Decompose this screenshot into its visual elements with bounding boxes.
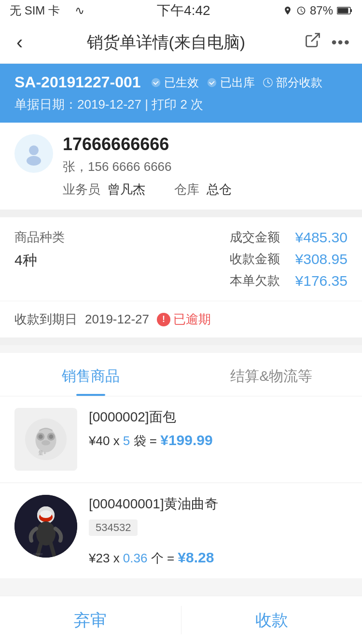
battery-icon bbox=[337, 6, 352, 15]
svg-point-21 bbox=[40, 510, 52, 518]
divider-2 bbox=[0, 337, 362, 345]
status-time: 下午4:42 bbox=[157, 1, 210, 20]
deal-amount-row: 成交金额 ¥485.30 bbox=[230, 229, 348, 246]
order-date: 单据日期：2019-12-27 | 打印 2 次 bbox=[14, 96, 348, 113]
order-header: SA-20191227-001 已生效 已出库 部分收款 单据日期：2019-1… bbox=[0, 64, 362, 123]
status-badges: 已生效 已出库 部分收款 bbox=[151, 75, 322, 90]
receive-amount: ¥308.95 bbox=[290, 251, 348, 267]
location-icon bbox=[283, 6, 292, 15]
svg-point-5 bbox=[207, 78, 216, 86]
share-icon[interactable] bbox=[304, 31, 321, 53]
overdue-badge: ! 已逾期 bbox=[157, 311, 211, 328]
nav-actions: ••• bbox=[304, 31, 350, 53]
sales-person: 业务员 曾凡杰 bbox=[63, 181, 145, 198]
svg-point-10 bbox=[35, 428, 56, 452]
more-icon[interactable]: ••• bbox=[331, 33, 350, 51]
product-tag: 534532 bbox=[89, 519, 138, 536]
svg-rect-2 bbox=[338, 8, 348, 14]
product-name-1: [0000002]面包 bbox=[89, 408, 348, 426]
product-info-2: [000400001]黄油曲奇 534532 ¥23 x 0.36 个 = ¥8… bbox=[89, 495, 348, 567]
amount-summary: 成交金额 ¥485.30 收款金额 ¥308.95 本单欠款 ¥176.35 bbox=[230, 229, 348, 289]
products-list: 量+ [0000002]面包 ¥40 x 5 袋 = ¥199.99 bbox=[0, 396, 362, 578]
svg-line-3 bbox=[311, 34, 320, 42]
svg-point-15 bbox=[42, 440, 50, 446]
debt-amount-row: 本单欠款 ¥176.35 bbox=[230, 272, 348, 289]
svg-point-8 bbox=[27, 156, 41, 166]
overdue-icon: ! bbox=[157, 313, 170, 326]
badge-partial-payment: 部分收款 bbox=[263, 75, 322, 90]
deal-amount: ¥485.30 bbox=[290, 229, 348, 246]
product-image-1: 量+ bbox=[14, 408, 77, 471]
order-id: SA-20191227-001 bbox=[14, 73, 141, 91]
svg-point-7 bbox=[29, 145, 39, 155]
debt-amount: ¥176.35 bbox=[290, 273, 348, 289]
product-type-summary: 商品种类 4种 bbox=[14, 229, 65, 270]
tab-settlement[interactable]: 结算&物流等 bbox=[181, 353, 362, 396]
svg-point-4 bbox=[151, 78, 160, 86]
confirm-button[interactable]: 收款 bbox=[181, 596, 362, 644]
badge-effective: 已生效 bbox=[151, 75, 199, 90]
svg-rect-1 bbox=[350, 9, 352, 12]
due-date-section: 收款到期日 2019-12-27 ! 已逾期 bbox=[0, 301, 362, 337]
customer-section: 17666666666 张，156 6666 6666 业务员 曾凡杰 仓库 总… bbox=[0, 123, 362, 210]
nav-bar: ‹ 销货单详情(来自电脑) ••• bbox=[0, 21, 362, 64]
list-item: diamond whale [000400001]黄油曲奇 534532 ¥23… bbox=[0, 483, 362, 578]
status-right: 87% bbox=[283, 4, 352, 17]
tabs-row: 销售商品 结算&物流等 bbox=[0, 353, 362, 396]
due-date-label: 收款到期日 bbox=[14, 311, 77, 328]
back-button[interactable]: ‹ bbox=[12, 27, 28, 58]
product-price-2: ¥23 x 0.36 个 = ¥8.28 bbox=[89, 549, 348, 567]
page-title: 销货单详情(来自电脑) bbox=[28, 31, 304, 54]
summary-section: 商品种类 4种 成交金额 ¥485.30 收款金额 ¥308.95 本单欠款 ¥… bbox=[0, 217, 362, 301]
customer-info: 17666666666 张，156 6666 6666 业务员 曾凡杰 仓库 总… bbox=[63, 134, 348, 198]
product-price-1: ¥40 x 5 袋 = ¥199.99 bbox=[89, 432, 348, 449]
svg-point-22 bbox=[36, 521, 56, 546]
badge-shipped: 已出库 bbox=[207, 75, 255, 90]
status-bar: 无 SIM 卡 ∿ 下午4:42 87% bbox=[0, 0, 362, 21]
tabs-section: 销售商品 结算&物流等 bbox=[0, 353, 362, 396]
divider-1 bbox=[0, 210, 362, 217]
svg-point-14 bbox=[49, 434, 53, 439]
product-image-2: diamond whale bbox=[14, 495, 77, 558]
bottom-bar: 弃审 收款 bbox=[0, 596, 362, 644]
svg-point-13 bbox=[39, 434, 43, 439]
receive-amount-row: 收款金额 ¥308.95 bbox=[230, 251, 348, 267]
alarm-icon bbox=[296, 6, 306, 15]
tab-products[interactable]: 销售商品 bbox=[0, 353, 181, 396]
due-date-value: 2019-12-27 bbox=[85, 312, 149, 327]
list-item: 量+ [0000002]面包 ¥40 x 5 袋 = ¥199.99 bbox=[0, 396, 362, 482]
product-name-2: [000400001]黄油曲奇 bbox=[89, 495, 348, 513]
battery-text: 87% bbox=[310, 4, 333, 17]
status-left: 无 SIM 卡 ∿ bbox=[10, 3, 84, 18]
avatar bbox=[14, 134, 53, 173]
customer-meta: 业务员 曾凡杰 仓库 总仓 bbox=[63, 181, 348, 198]
warehouse: 仓库 总仓 bbox=[174, 181, 232, 198]
customer-phone: 17666666666 bbox=[63, 134, 348, 154]
product-info-1: [0000002]面包 ¥40 x 5 袋 = ¥199.99 bbox=[89, 408, 348, 449]
svg-text:量+: 量+ bbox=[38, 450, 46, 456]
svg-text:diamond whale: diamond whale bbox=[17, 552, 43, 556]
cancel-button[interactable]: 弃审 bbox=[0, 596, 181, 644]
customer-name: 张，156 6666 6666 bbox=[63, 158, 348, 175]
